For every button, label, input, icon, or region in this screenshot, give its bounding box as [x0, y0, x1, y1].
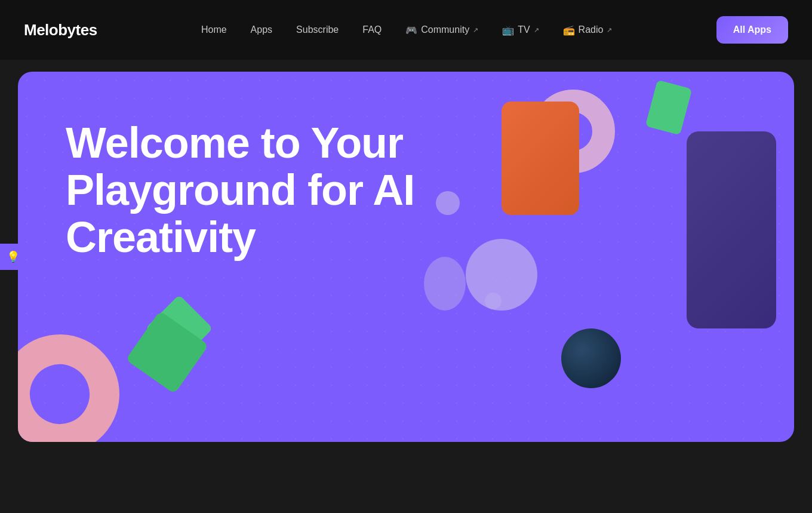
- bumpy-cylinder-purple: [687, 131, 776, 328]
- nav-apps[interactable]: Apps: [241, 20, 282, 40]
- logo[interactable]: Melobytes: [24, 21, 97, 39]
- hero-text-block: Welcome to Your Playground for AI Creati…: [66, 119, 414, 262]
- nav-community[interactable]: 🎮 Community ↗: [396, 20, 488, 41]
- lightbulb-icon: 💡: [7, 250, 20, 263]
- ball-dark: [561, 328, 621, 388]
- hero-section: Welcome to Your Playground for AI Creati…: [18, 72, 794, 442]
- nav-radio[interactable]: 📻 Radio ↗: [553, 20, 622, 41]
- all-apps-button[interactable]: All Apps: [716, 16, 788, 44]
- torus-pink-shape: [18, 318, 136, 442]
- nav-tv[interactable]: 📺 TV ↗: [493, 20, 548, 41]
- nav-faq[interactable]: FAQ: [353, 20, 391, 40]
- circle-blue-large: [466, 239, 537, 311]
- radio-icon: 📻: [563, 24, 575, 36]
- nav-subscribe[interactable]: Subscribe: [287, 20, 348, 40]
- circle-small-1: [436, 191, 460, 215]
- circle-small-2: [485, 293, 502, 309]
- nav-home[interactable]: Home: [192, 20, 236, 40]
- external-link-icon-radio: ↗: [607, 26, 612, 34]
- external-link-icon: ↗: [473, 26, 478, 34]
- hero-wrapper: Welcome to Your Playground for AI Creati…: [0, 60, 812, 460]
- tv-icon: 📺: [502, 24, 514, 36]
- community-icon: 🎮: [405, 24, 417, 36]
- theme-toggle-button[interactable]: 💡: [0, 244, 26, 270]
- external-link-icon-tv: ↗: [534, 26, 539, 34]
- nav-links: Home Apps Subscribe FAQ 🎮 Community ↗: [192, 20, 622, 41]
- cylinder-orange: [502, 102, 579, 215]
- oval-shape: [424, 257, 466, 311]
- rect-green: [645, 80, 693, 136]
- navbar: Melobytes Home Apps Subscribe FAQ 🎮 Com: [0, 0, 812, 60]
- hero-title: Welcome to Your Playground for AI Creati…: [66, 119, 414, 262]
